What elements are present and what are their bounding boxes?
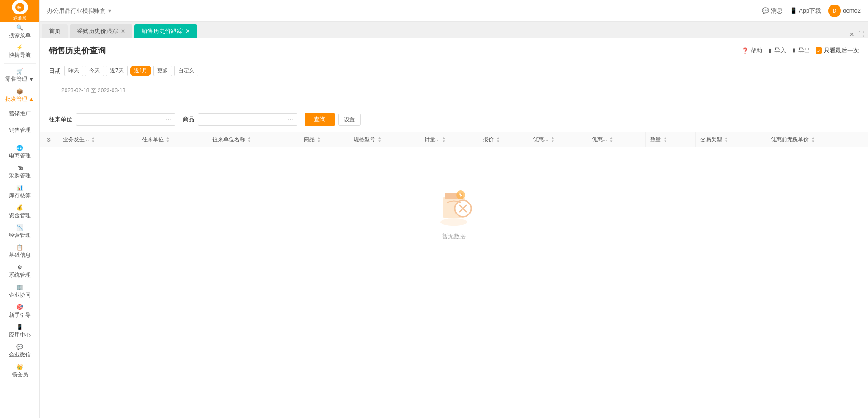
export-icon: ⬇ bbox=[792, 48, 797, 54]
th-product[interactable]: 商品 ▲▼ bbox=[299, 132, 349, 147]
th-partner-code-label: 往来单位 bbox=[142, 136, 164, 142]
sort-arrows-spec[interactable]: ▲▼ bbox=[378, 136, 382, 143]
avatar: D bbox=[828, 5, 841, 17]
user-avatar-button[interactable]: D demo2 bbox=[828, 5, 861, 17]
logo[interactable]: 畅 标准版 bbox=[0, 0, 39, 22]
help-button[interactable]: ❓ 帮助 bbox=[741, 47, 762, 55]
th-settings[interactable]: ⚙ bbox=[40, 132, 58, 147]
app-download-button[interactable]: 📱 App下载 bbox=[790, 7, 821, 15]
sort-arrows-unit[interactable]: ▲▼ bbox=[442, 136, 446, 143]
sidebar-item-label: 库存核算 bbox=[9, 192, 31, 200]
import-button[interactable]: ⬆ 导入 bbox=[768, 47, 786, 55]
help-label: 帮助 bbox=[750, 47, 762, 55]
sidebar-item-purchase[interactable]: 🛍 采购管理 bbox=[0, 162, 39, 182]
th-discount1[interactable]: 优惠... ▲▼ bbox=[528, 132, 587, 147]
tab-sales-close[interactable]: ✕ bbox=[185, 28, 190, 34]
sidebar-item-base[interactable]: 📋 基础信息 bbox=[0, 242, 39, 261]
sort-arrows-product[interactable]: ▲▼ bbox=[317, 136, 321, 143]
sidebar-sub-item-sales[interactable]: 销售管理 bbox=[0, 122, 39, 138]
sidebar-item-system[interactable]: ⚙ 系统管理 bbox=[0, 261, 39, 281]
th-trade-type[interactable]: 交易类型 ▲▼ bbox=[696, 132, 766, 147]
message-button[interactable]: 💬 消息 bbox=[762, 7, 783, 15]
filter-area: 日期 昨天 今天 近7天 近1月 更多 自定义 2023-02-18 至 202… bbox=[40, 60, 868, 132]
th-pretax-price[interactable]: 优惠前无税单价 ▲▼ bbox=[766, 132, 868, 147]
ecommerce-icon: 🌐 bbox=[16, 145, 23, 151]
topbar-title-text: 办公用品行业模拟账套 bbox=[47, 7, 106, 15]
product-input-wrapper[interactable]: ··· bbox=[198, 113, 297, 126]
th-partner-name-label: 往来单位名称 bbox=[212, 136, 245, 142]
tab-close-all-button[interactable]: ✕ bbox=[849, 31, 854, 38]
sort-arrows-pretax-price[interactable]: ▲▼ bbox=[811, 136, 815, 143]
th-qty[interactable]: 数量 ▲▼ bbox=[646, 132, 696, 147]
sort-arrows-biz-date[interactable]: ▲▼ bbox=[91, 136, 95, 143]
th-discount2[interactable]: 优惠... ▲▼ bbox=[587, 132, 646, 147]
product-input[interactable] bbox=[202, 116, 288, 123]
sidebar-item-operations[interactable]: 📉 经营管理 bbox=[0, 222, 39, 242]
sidebar-item-wechat[interactable]: 💬 企业微信 bbox=[0, 341, 39, 361]
export-label: 导出 bbox=[798, 47, 810, 55]
only-last-label: 只看最后一次 bbox=[824, 47, 859, 55]
sidebar-item-shortcut[interactable]: ⚡ 快捷导航 bbox=[0, 42, 39, 62]
topbar-dropdown-icon[interactable]: ▾ bbox=[108, 8, 111, 14]
th-spec-label: 规格型号 bbox=[354, 136, 375, 142]
sidebar-item-newbie[interactable]: 🎯 新手引导 bbox=[0, 301, 39, 321]
th-price[interactable]: 报价 ▲▼ bbox=[478, 132, 528, 147]
date-btn-yesterday[interactable]: 昨天 bbox=[64, 66, 83, 76]
th-spec[interactable]: 规格型号 ▲▼ bbox=[349, 132, 420, 147]
only-last-checkbox-label[interactable]: 只看最后一次 bbox=[816, 47, 859, 55]
th-biz-date[interactable]: 业务发生... ▲▼ bbox=[58, 132, 137, 147]
topbar-actions: 💬 消息 📱 App下载 D demo2 bbox=[762, 5, 861, 17]
date-btn-today[interactable]: 今天 bbox=[85, 66, 104, 76]
sidebar-item-label: 零售管理 ▼ bbox=[5, 76, 34, 83]
message-label: 消息 bbox=[771, 7, 783, 15]
settings-button[interactable]: 设置 bbox=[338, 114, 361, 126]
product-filter-group: 商品 ··· bbox=[183, 113, 297, 126]
tab-purchase-close[interactable]: ✕ bbox=[121, 28, 125, 34]
date-btn-more[interactable]: 更多 bbox=[153, 66, 172, 76]
download-icon: 📱 bbox=[790, 7, 797, 14]
sort-arrows-partner-name[interactable]: ▲▼ bbox=[247, 136, 251, 143]
table-header-row: ⚙ 业务发生... ▲▼ 往来单位 ▲▼ 往来单位名称 ▲▼ bbox=[40, 132, 868, 147]
sidebar-item-search[interactable]: 🔍 搜索菜单 bbox=[0, 22, 39, 42]
th-partner-code[interactable]: 往来单位 ▲▼ bbox=[137, 132, 208, 147]
date-btn-7days[interactable]: 近7天 bbox=[106, 66, 128, 76]
partner-input-dots[interactable]: ··· bbox=[165, 115, 171, 124]
sort-arrows-discount2[interactable]: ▲▼ bbox=[609, 136, 613, 143]
sidebar-item-finance[interactable]: 💰 资金管理 bbox=[0, 202, 39, 222]
sidebar-item-apps[interactable]: 📱 应用中心 bbox=[0, 321, 39, 341]
tab-maximize-button[interactable]: ⛶ bbox=[858, 31, 864, 38]
purchase-icon: 🛍 bbox=[17, 165, 23, 171]
data-table: ⚙ 业务发生... ▲▼ 往来单位 ▲▼ 往来单位名称 ▲▼ bbox=[40, 132, 868, 147]
partner-input-wrapper[interactable]: ··· bbox=[76, 113, 175, 126]
date-btn-1month[interactable]: 近1月 bbox=[130, 66, 152, 76]
inventory-icon: 📊 bbox=[16, 185, 23, 191]
sort-arrows-qty[interactable]: ▲▼ bbox=[664, 136, 667, 143]
empty-state: 暂无数据 bbox=[40, 147, 868, 277]
tab-sales[interactable]: 销售历史价跟踪 ✕ bbox=[134, 24, 197, 38]
sidebar-item-inventory[interactable]: 📊 库存核算 bbox=[0, 182, 39, 202]
date-btn-custom[interactable]: 自定义 bbox=[174, 66, 198, 76]
sidebar-divider bbox=[4, 63, 36, 64]
only-last-checkbox[interactable] bbox=[816, 48, 822, 54]
sidebar-item-wholesale[interactable]: 📦 批发管理 ▲ bbox=[0, 86, 39, 105]
sidebar-sub-item-marketing[interactable]: 营销推广 bbox=[0, 105, 39, 122]
sidebar-item-label: 营销推广 bbox=[9, 110, 31, 118]
sort-arrows-trade-type[interactable]: ▲▼ bbox=[724, 136, 728, 143]
sidebar-item-retail[interactable]: 🛒 零售管理 ▼ bbox=[0, 66, 39, 86]
th-unit[interactable]: 计量... ▲▼ bbox=[420, 132, 478, 147]
query-button[interactable]: 查询 bbox=[305, 113, 335, 126]
partner-input[interactable] bbox=[80, 116, 165, 123]
tab-home[interactable]: 首页 bbox=[42, 24, 68, 38]
sidebar-item-enterprise[interactable]: 🏢 企业协同 bbox=[0, 281, 39, 301]
sort-arrows-partner[interactable]: ▲▼ bbox=[166, 136, 170, 143]
tab-purchase[interactable]: 采购历史价跟踪 ✕ bbox=[70, 24, 132, 38]
operations-icon: 📉 bbox=[16, 224, 23, 231]
th-partner-name[interactable]: 往来单位名称 ▲▼ bbox=[208, 132, 299, 147]
sidebar-item-member[interactable]: 👑 畅会员 bbox=[0, 361, 39, 381]
sort-arrows-discount1[interactable]: ▲▼ bbox=[551, 136, 554, 143]
sidebar-item-ecommerce[interactable]: 🌐 电商管理 bbox=[0, 142, 39, 162]
sort-arrows-price[interactable]: ▲▼ bbox=[496, 136, 500, 143]
export-button[interactable]: ⬇ 导出 bbox=[792, 47, 810, 55]
product-input-dots[interactable]: ··· bbox=[288, 115, 293, 124]
sidebar-item-label: 快捷导航 bbox=[9, 52, 31, 59]
